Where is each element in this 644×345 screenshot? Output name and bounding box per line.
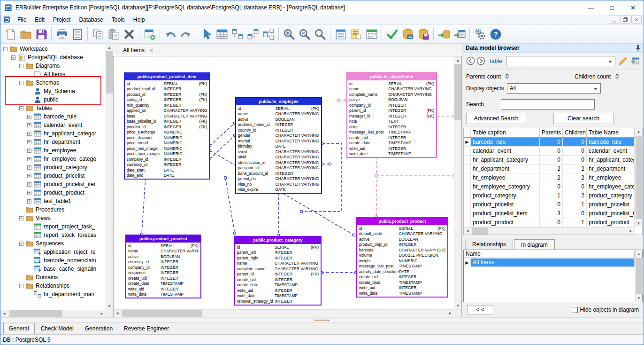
- table-row-calendar_event[interactable]: calendar_event00calendar_event: [464, 147, 635, 156]
- tree-item-public[interactable]: +public: [0, 95, 106, 104]
- close-button[interactable]: ✕: [622, 0, 644, 15]
- list-item-all-items[interactable]: ▶All Items: [464, 259, 635, 267]
- collapse-icon[interactable]: −: [19, 242, 23, 246]
- goto-table-button[interactable]: [630, 56, 640, 66]
- table-row-product_product[interactable]: product_product01product_product: [464, 218, 635, 227]
- table-combobox[interactable]: [506, 56, 615, 66]
- expand-icon[interactable]: +: [27, 182, 31, 187]
- edit-table-button[interactable]: [618, 56, 628, 66]
- zoom-out-button[interactable]: [297, 26, 312, 42]
- menu-item-edit[interactable]: Edit: [31, 16, 49, 24]
- table-button[interactable]: [214, 26, 230, 42]
- mdi-minimize-button[interactable]: ▁: [609, 16, 619, 24]
- tree-item-report-stock-forecas[interactable]: +report_stock_forecas: [0, 231, 106, 239]
- auto-layout-button[interactable]: [261, 26, 276, 42]
- tree-item-my-schema[interactable]: +My_Schema: [0, 87, 106, 95]
- redo-button[interactable]: [178, 26, 193, 42]
- column-header-table-name[interactable]: Table Name: [587, 128, 635, 137]
- text-note-button[interactable]: [333, 26, 348, 42]
- scrollbar-thumb[interactable]: [636, 136, 643, 220]
- hide-objects-checkbox[interactable]: [572, 307, 578, 313]
- tree-item-hr-department-man[interactable]: +hr_department_man: [0, 290, 106, 298]
- expand-icon[interactable]: +: [27, 140, 31, 144]
- collapse-icon[interactable]: −: [19, 64, 23, 68]
- tree-item-application-reject-re[interactable]: +application_reject_re: [0, 248, 106, 256]
- tree-item-hr-department[interactable]: +hr_department: [0, 138, 106, 146]
- zoom-in-button[interactable]: [281, 26, 297, 42]
- tree-item-workspace[interactable]: −Workspace: [0, 45, 106, 53]
- add-table-button[interactable]: [142, 26, 157, 42]
- tree-vertical-scrollbar[interactable]: ▲▼: [106, 44, 113, 310]
- entity-public-product_category[interactable]: public.product_categoryidSERIAL(PK)paren…: [234, 236, 322, 306]
- scrollbar-thumb[interactable]: [9, 310, 62, 317]
- tree-item-procedures[interactable]: +Procedures: [0, 205, 106, 214]
- bottom-tab-check-model[interactable]: Check Model: [36, 323, 79, 334]
- clear-search-button[interactable]: Clear search: [553, 113, 613, 124]
- tree-item-views[interactable]: −Views: [0, 214, 106, 222]
- collapse-icon[interactable]: −: [19, 81, 23, 85]
- scrollbar-thumb[interactable]: [472, 227, 488, 235]
- pin-icon[interactable]: [635, 45, 642, 52]
- print-preview-button[interactable]: [69, 26, 85, 42]
- collapse-panel-button[interactable]: < <: [467, 305, 493, 314]
- column-header-parents[interactable]: Parents: [540, 128, 563, 137]
- tab-relationships[interactable]: Relationships: [465, 239, 513, 250]
- copy-button[interactable]: [90, 26, 106, 42]
- tree-item-domains[interactable]: +Domains: [0, 273, 106, 282]
- forward-engineer-table-button[interactable]: [452, 26, 467, 42]
- add-view-relationship-button[interactable]: [245, 26, 261, 42]
- expand-icon[interactable]: +: [27, 132, 31, 136]
- menu-item-help[interactable]: Help: [129, 16, 149, 24]
- table-row-product_category[interactable]: product_category12product_category: [464, 191, 635, 200]
- table-row-hr_department[interactable]: hr_department22hr_department: [464, 165, 635, 173]
- expand-icon[interactable]: +: [27, 199, 31, 204]
- tree-item-product-category[interactable]: +product_category: [0, 163, 106, 172]
- grid-horizontal-scrollbar[interactable]: ◄►: [464, 227, 635, 235]
- expand-icon[interactable]: +: [27, 115, 31, 119]
- canvas-vertical-scrollbar[interactable]: ▲▼: [454, 56, 461, 309]
- add-relationship-button[interactable]: [230, 26, 245, 42]
- tree-item-tables[interactable]: −Tables: [0, 104, 106, 112]
- expand-icon[interactable]: +: [27, 165, 31, 170]
- tree-item-barcode-nomenclatu[interactable]: +barcode_nomenclatu: [0, 256, 106, 265]
- canvas-horizontal-scrollbar[interactable]: ◄►: [114, 309, 454, 317]
- delete-button[interactable]: [121, 26, 137, 42]
- tree-item-postgresql-database[interactable]: −PostgreSQL database: [0, 53, 106, 62]
- entity-public-product_product[interactable]: public.product_productidSERIAL(PK)defaul…: [356, 217, 448, 298]
- report-doc-button[interactable]: [348, 26, 364, 42]
- collapse-icon[interactable]: −: [11, 55, 15, 60]
- tree-item-hr-employee[interactable]: +hr_employee: [0, 146, 106, 155]
- table-row-hr_employee[interactable]: hr_employee22hr_employee: [464, 173, 635, 182]
- expand-icon[interactable]: +: [27, 149, 31, 153]
- tree-item-all-items[interactable]: +All Items: [0, 70, 106, 78]
- new-file-button[interactable]: [2, 26, 18, 42]
- check-model-button[interactable]: [384, 26, 400, 42]
- tree-item-test-table1[interactable]: +test_table1: [0, 197, 106, 205]
- menu-item-project[interactable]: Project: [49, 16, 75, 24]
- tree-item-sequences[interactable]: −Sequences: [0, 239, 106, 248]
- advanced-search-button[interactable]: Advanced Search: [466, 113, 526, 124]
- table-row-hr_applicant_category[interactable]: hr_applicant_category00hr_applicant_cate…: [464, 156, 635, 165]
- nav-forward-button[interactable]: [476, 56, 485, 65]
- expand-icon[interactable]: +: [27, 123, 31, 127]
- tree-item-hr-employee-catego[interactable]: +hr_employee_catego: [0, 155, 106, 163]
- column-header-table-caption[interactable]: Table caption: [471, 128, 540, 137]
- table-row-product_pricelist[interactable]: product_pricelist01product_pricelist: [464, 200, 635, 209]
- tree-item-report-project-task-[interactable]: +report_project_task_: [0, 222, 106, 231]
- bottom-tab-general[interactable]: General: [3, 323, 35, 334]
- splitter-grip-dots[interactable]: ▪▪▪▪▪▪▪▪: [314, 318, 330, 322]
- maximize-button[interactable]: □: [601, 0, 622, 15]
- tree-item-product-product[interactable]: +product_product: [0, 188, 106, 197]
- tree-item-diagrams[interactable]: −Diagrams: [0, 62, 106, 70]
- tree-item-product-pricelist-iter[interactable]: +product_pricelist_iter: [0, 180, 106, 188]
- undo-button[interactable]: [162, 26, 178, 42]
- collapse-icon[interactable]: −: [19, 106, 23, 110]
- scrollbar-thumb[interactable]: [636, 258, 643, 294]
- mdi-restore-button[interactable]: [620, 16, 630, 24]
- bottom-tab-generation[interactable]: Generation: [80, 323, 118, 334]
- open-folder-button[interactable]: [18, 26, 33, 42]
- expand-icon[interactable]: +: [27, 174, 31, 178]
- grid-vertical-scrollbar[interactable]: ▲▼: [635, 128, 642, 227]
- tree-item-schemas[interactable]: −Schemas: [0, 78, 106, 87]
- minimize-button[interactable]: —: [580, 0, 601, 15]
